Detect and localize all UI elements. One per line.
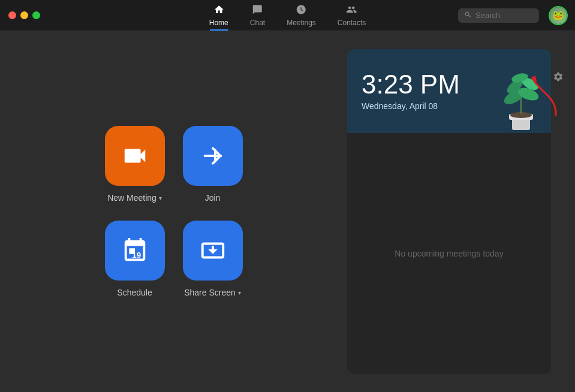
clock-icon <box>296 4 307 17</box>
action-grid: New Meeting ▾ Join <box>105 126 243 297</box>
traffic-lights <box>0 11 40 19</box>
tab-meetings-label: Meetings <box>287 19 316 27</box>
join-item[interactable]: Join <box>183 126 243 203</box>
tab-chat[interactable]: Chat <box>239 1 276 31</box>
close-button[interactable] <box>8 11 16 19</box>
tab-meetings[interactable]: Meetings <box>276 1 327 31</box>
settings-button[interactable] <box>550 68 567 85</box>
share-screen-button[interactable] <box>183 221 243 281</box>
clock-section: 3:23 PM Wednesday, April 08 <box>347 49 551 133</box>
share-screen-item[interactable]: Share Screen ▾ <box>183 221 243 297</box>
home-icon <box>213 4 224 17</box>
avatar[interactable]: 🐸 <box>549 6 568 25</box>
tab-contacts[interactable]: Contacts <box>327 1 377 31</box>
main-content: New Meeting ▾ Join <box>0 31 575 392</box>
tab-contacts-label: Contacts <box>338 19 366 27</box>
join-label: Join <box>205 193 221 203</box>
schedule-item[interactable]: 19 Schedule <box>105 221 165 297</box>
contacts-icon <box>347 4 357 17</box>
tab-chat-label: Chat <box>250 19 265 27</box>
avatar-image: 🐸 <box>550 7 567 24</box>
tab-home-label: Home <box>209 19 228 27</box>
new-meeting-label: New Meeting ▾ <box>107 193 162 203</box>
join-button[interactable] <box>183 126 243 186</box>
schedule-button[interactable]: 19 <box>105 221 165 281</box>
titlebar: Home Chat Meetings <box>0 0 575 31</box>
new-meeting-button[interactable] <box>105 126 165 186</box>
schedule-label: Schedule <box>117 288 152 297</box>
share-screen-caret: ▾ <box>238 290 241 296</box>
fullscreen-button[interactable] <box>32 11 40 19</box>
new-meeting-item[interactable]: New Meeting ▾ <box>105 126 165 203</box>
right-panel: 3:23 PM Wednesday, April 08 <box>347 49 551 374</box>
no-meetings-label: No upcoming meetings today <box>395 249 503 258</box>
search-bar[interactable] <box>458 8 539 23</box>
search-input[interactable] <box>475 11 533 20</box>
chat-icon <box>252 4 263 17</box>
new-meeting-caret: ▾ <box>159 195 162 201</box>
nav-tabs: Home Chat Meetings <box>198 1 377 31</box>
plant-decoration <box>497 61 545 133</box>
tab-home[interactable]: Home <box>198 1 239 31</box>
meetings-section: No upcoming meetings today <box>347 133 551 374</box>
minimize-button[interactable] <box>20 11 28 19</box>
share-screen-label: Share Screen ▾ <box>184 288 241 297</box>
search-icon <box>464 11 472 20</box>
svg-text:19: 19 <box>132 251 141 260</box>
left-panel: New Meeting ▾ Join <box>0 31 347 392</box>
